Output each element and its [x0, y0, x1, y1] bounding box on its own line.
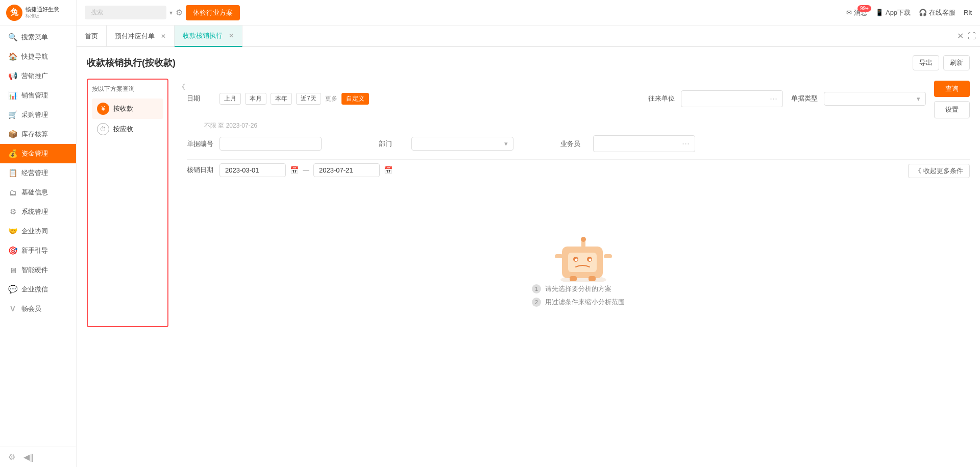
- sidebar: 兔 畅捷通好生意 标准版 🔍 搜索菜单 🏠 快捷导航 📢 营销推广 📊 销售管理…: [0, 0, 77, 467]
- staff-select[interactable]: ···: [593, 135, 695, 152]
- export-btn[interactable]: 导出: [913, 55, 939, 70]
- filter-doctype-field: 单据类型 ▾: [791, 92, 926, 106]
- tab-verify-close[interactable]: ✕: [229, 32, 234, 39]
- verify-date-start-input[interactable]: [219, 163, 286, 177]
- app-label: App下载: [886, 8, 911, 17]
- date-more-btn[interactable]: 更多: [325, 94, 337, 103]
- header-service[interactable]: 🎧 在线客服: [919, 8, 955, 17]
- collapse-sidebar-icon[interactable]: ◀‖: [23, 452, 34, 462]
- counterparty-select[interactable]: ···: [681, 90, 783, 107]
- verify-date-start-cal-icon[interactable]: 📅: [290, 166, 299, 174]
- sidebar-label-finance: 资金管理: [21, 149, 48, 158]
- query-item-receipt-label: 按收款: [113, 104, 133, 113]
- header-dropdown-icon[interactable]: ▾: [169, 9, 173, 16]
- sidebar-item-quicknav[interactable]: 🏠 快捷导航: [0, 47, 76, 66]
- date-btn-this-month[interactable]: 本月: [245, 93, 266, 105]
- receivable-icon: ⏱: [97, 123, 109, 135]
- user-label: Rit: [964, 9, 972, 16]
- svg-rect-9: [555, 254, 563, 258]
- doctype-select[interactable]: ▾: [824, 92, 926, 106]
- industry-btn[interactable]: 体验行业方案: [186, 5, 240, 20]
- sidebar-item-guide[interactable]: 🎯 新手引导: [0, 241, 76, 260]
- header-user[interactable]: Rit: [964, 9, 972, 16]
- more-conditions-btn[interactable]: 《 收起更多条件: [908, 164, 970, 178]
- sidebar-item-member[interactable]: V 畅会员: [0, 299, 76, 318]
- counterparty-label: 往来单位: [648, 94, 677, 103]
- settings-bottom-icon[interactable]: ⚙: [8, 452, 15, 462]
- query-item-by-receipt[interactable]: ¥ 按收款: [92, 99, 163, 119]
- header-app-download[interactable]: 📱 App下载: [875, 8, 911, 17]
- sidebar-item-business[interactable]: 📋 经营管理: [0, 163, 76, 183]
- sidebar-label-quicknav: 快捷导航: [21, 52, 48, 61]
- sidebar-item-wechat[interactable]: 💬 企业微信: [0, 280, 76, 299]
- refresh-btn[interactable]: 刷新: [943, 55, 970, 70]
- sidebar-label-business: 经营管理: [21, 168, 48, 178]
- hint-num-1: 1: [532, 284, 541, 293]
- sidebar-item-purchase[interactable]: 🛒 采购管理: [0, 105, 76, 125]
- sidebar-item-finance[interactable]: 💰 资金管理: [0, 144, 76, 163]
- tab-bar-actions: ✕ ⛶: [957, 31, 980, 41]
- sidebar-item-search[interactable]: 🔍 搜索菜单: [0, 28, 76, 47]
- settings-btn[interactable]: 设置: [934, 101, 970, 118]
- query-btn-group: 查询 设置: [934, 81, 970, 118]
- dept-select[interactable]: ▾: [411, 137, 513, 151]
- header-gear-icon[interactable]: ⚙: [176, 8, 183, 17]
- filter-area: 日期 上月 本月 本年 近7天 更多 自定义: [187, 79, 970, 327]
- sidebar-item-system[interactable]: ⚙ 系统管理: [0, 202, 76, 222]
- date-btn-7days[interactable]: 近7天: [296, 93, 321, 105]
- search-icon: 🔍: [8, 33, 17, 42]
- page-title: 收款核销执行(按收款): [87, 57, 176, 69]
- collapse-query-btn[interactable]: 《: [177, 83, 187, 92]
- header-search-box[interactable]: 搜索: [85, 6, 166, 19]
- tab-verify[interactable]: 收款核销执行 ✕: [175, 26, 242, 47]
- sidebar-label-sales: 销售管理: [21, 91, 48, 100]
- sidebar-item-hardware[interactable]: 🖥 智能硬件: [0, 260, 76, 280]
- empty-hints: 1 请先选择要分析的方案 2 用过滤条件来缩小分析范围: [532, 284, 625, 307]
- verify-date-end-input[interactable]: [313, 163, 380, 177]
- docno-input[interactable]: [219, 137, 322, 151]
- service-icon: 🎧: [919, 9, 927, 16]
- sidebar-item-inventory[interactable]: 📦 库存核算: [0, 125, 76, 144]
- svg-rect-2: [568, 253, 597, 272]
- business-icon: 📋: [8, 168, 17, 178]
- filter-row-3: 核销日期 📅 — 📅 《 收起更多条件: [187, 162, 970, 178]
- sidebar-bottom: ⚙ ◀‖: [0, 447, 76, 467]
- purchase-icon: 🛒: [8, 110, 17, 119]
- dept-chevron-icon: ▾: [504, 140, 508, 148]
- hardware-icon: 🖥: [8, 266, 17, 275]
- sidebar-label-member: 畅会员: [21, 304, 41, 313]
- date-unlimit-text: 不限 至 2023-07-26: [204, 122, 257, 129]
- svg-point-5: [575, 259, 578, 261]
- empty-svg: [553, 226, 614, 282]
- tab-expand-icon[interactable]: ⛶: [968, 32, 976, 41]
- sidebar-item-basic[interactable]: 🗂 基础信息: [0, 183, 76, 202]
- sidebar-item-corp[interactable]: 🤝 企业协同: [0, 222, 76, 241]
- service-label: 在线客服: [929, 8, 955, 17]
- tab-home-label: 首页: [85, 32, 98, 41]
- date-btn-custom[interactable]: 自定义: [341, 93, 369, 105]
- doctype-chevron-icon: ▾: [917, 95, 920, 103]
- date-btn-this-year[interactable]: 本年: [271, 93, 292, 105]
- filter-row-1: 日期 上月 本月 本年 近7天 更多 自定义: [187, 79, 970, 118]
- tab-prepay[interactable]: 预付冲应付单 ✕: [107, 26, 175, 47]
- doctype-label: 单据类型: [791, 94, 820, 103]
- verify-date-end-cal-icon[interactable]: 📅: [384, 166, 393, 174]
- tab-home[interactable]: 首页: [77, 26, 107, 47]
- sidebar-item-marketing[interactable]: 📢 营销推广: [0, 66, 76, 86]
- sidebar-label-guide: 新手引导: [21, 246, 48, 255]
- tab-close-all-icon[interactable]: ✕: [957, 31, 964, 41]
- query-item-by-receivable[interactable]: ⏱ 按应收: [92, 119, 163, 139]
- tab-prepay-close[interactable]: ✕: [161, 33, 166, 40]
- query-btn[interactable]: 查询: [934, 81, 970, 97]
- staff-dots-icon: ···: [682, 138, 690, 149]
- query-item-receivable-label: 按应收: [113, 125, 133, 134]
- date-separator: —: [303, 166, 309, 174]
- tab-verify-label: 收款核销执行: [183, 31, 223, 40]
- date-btn-last-month[interactable]: 上月: [219, 93, 241, 105]
- verify-date-group: 📅 — 📅: [219, 163, 393, 177]
- filter-row-2: 单据编号 部门 ▾ 业务员: [187, 135, 970, 152]
- sidebar-item-sales[interactable]: 📊 销售管理: [0, 86, 76, 105]
- header-msg[interactable]: ✉ 消息 99+: [846, 8, 867, 17]
- wechat-icon: 💬: [8, 285, 17, 294]
- tab-bar: 首页 预付冲应付单 ✕ 收款核销执行 ✕ ✕ ⛶: [77, 26, 980, 47]
